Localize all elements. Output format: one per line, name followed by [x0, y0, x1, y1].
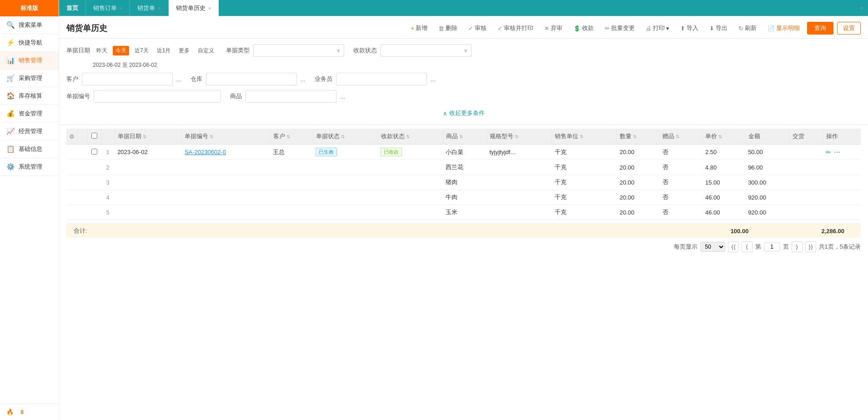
batch-change-button[interactable]: ✏ 批量变更	[601, 22, 638, 34]
print-button[interactable]: 🖨 打印 ▾	[642, 22, 673, 34]
col-customer[interactable]: 客户⇅	[270, 129, 313, 145]
settings-button[interactable]: 设置	[837, 22, 861, 35]
date-option-1month[interactable]: 近1月	[154, 46, 174, 55]
tab-sales-order[interactable]: 销售订单 ×	[86, 0, 130, 16]
add-button[interactable]: + 新增	[407, 22, 431, 34]
first-page-button[interactable]: ⟨⟨	[728, 241, 739, 252]
tab-bar-close[interactable]: ×	[860, 5, 868, 11]
review-print-icon: ✓	[497, 25, 502, 32]
pay-status-select[interactable]: ▾	[381, 44, 472, 57]
doc-no-input[interactable]	[94, 90, 221, 103]
sidebar-item-label: 库存核算	[19, 92, 42, 100]
col-pay-status[interactable]: 收款状态⇅	[378, 129, 443, 145]
cell-checkbox[interactable]	[87, 190, 101, 205]
col-sales-unit[interactable]: 销售单位⇅	[552, 129, 617, 145]
goods-input[interactable]	[246, 90, 336, 103]
sidebar-fire-icon[interactable]: 🔥	[6, 409, 14, 415]
collect-button[interactable]: 💲 收款	[570, 22, 597, 34]
collapse-filter-button[interactable]: ∧ 收起更多条件	[66, 107, 861, 119]
warehouse-input[interactable]	[206, 73, 297, 85]
sidebar-item-finance[interactable]: 💰 资金管理	[0, 105, 59, 123]
refresh-button[interactable]: ↻ 刷新	[735, 22, 760, 34]
ops-icon: 📈	[6, 127, 15, 135]
date-option-today[interactable]: 今天	[113, 46, 129, 55]
sort-icon-sales-unit: ⇅	[580, 134, 583, 139]
col-doc-status[interactable]: 单据状态⇅	[313, 129, 378, 145]
tab-home[interactable]: 首页	[59, 0, 86, 16]
sidebar-item-search-menu[interactable]: 🔍 搜索菜单	[0, 16, 59, 34]
cell-action	[823, 175, 861, 190]
sidebar-item-sales-mgmt[interactable]: 📊 销售管理	[0, 52, 59, 70]
col-doc-status-label: 单据状态	[316, 132, 340, 140]
show-detail-button[interactable]: 📄 显示明细	[764, 22, 803, 34]
cell-checkbox[interactable]	[87, 160, 101, 175]
cell-quantity: 20.00	[617, 175, 660, 190]
abandon-button[interactable]: ✕ 弃审	[541, 22, 566, 34]
table-config-icon[interactable]: ⚙	[69, 133, 75, 140]
delete-button[interactable]: 🗑 删除	[435, 22, 461, 34]
last-page-button[interactable]: ⟩⟩	[805, 241, 816, 252]
warehouse-ellipsis[interactable]: ...	[301, 76, 306, 83]
goods-ellipsis[interactable]: ...	[340, 93, 345, 100]
next-page-button[interactable]: ⟩	[792, 241, 803, 252]
col-spec[interactable]: 规格型号⇅	[487, 129, 552, 145]
sidebar-item-ops[interactable]: 📈 经营管理	[0, 123, 59, 140]
tab-sales-history-close[interactable]: ×	[208, 5, 211, 11]
sidebar-item-quick-nav[interactable]: ⚡ 快捷导航	[0, 34, 59, 52]
col-unit-price[interactable]: 单价⇅	[702, 129, 745, 145]
goods-filter-label: 商品	[230, 92, 242, 100]
edit-action-icon[interactable]: ✏	[826, 149, 831, 156]
doc-no-link[interactable]: SA-20230602-0	[185, 149, 226, 155]
col-goods[interactable]: 商品⇅	[443, 129, 487, 145]
sidebar-item-basic-info[interactable]: 📋 基础信息	[0, 140, 59, 158]
doc-type-select[interactable]: ▾	[253, 44, 344, 57]
query-button[interactable]: 查询	[807, 22, 833, 35]
date-option-7days[interactable]: 近7天	[132, 46, 151, 55]
sidebar-item-sys-mgmt[interactable]: ⚙️ 系统管理	[0, 158, 59, 176]
filter-row-1: 单据日期 昨天 今天 近7天 近1月 更多 自定义 单据类型 ▾	[66, 44, 861, 57]
cell-action	[823, 160, 861, 175]
cell-doc-no[interactable]: SA-20230602-0	[182, 145, 270, 160]
export-button[interactable]: ⬇ 导出	[706, 22, 731, 34]
review-button[interactable]: ✓ 审核	[465, 22, 490, 34]
row-checkbox[interactable]	[91, 149, 97, 155]
tab-sales-invoice[interactable]: 销货单 ×	[130, 0, 168, 16]
more-action-icon[interactable]: ⋯	[834, 149, 840, 156]
prev-page-button[interactable]: ⟨	[742, 241, 753, 252]
current-page-input[interactable]	[764, 242, 780, 251]
cell-trade	[790, 175, 823, 190]
select-all-checkbox[interactable]	[91, 133, 97, 139]
customer-input[interactable]	[82, 73, 173, 85]
doc-type-label: 单据类型	[226, 46, 250, 55]
cell-quantity: 20.00	[617, 205, 660, 220]
date-option-more[interactable]: 更多	[176, 46, 192, 55]
col-select-all[interactable]	[87, 129, 101, 145]
date-option-yesterday[interactable]: 昨天	[94, 46, 110, 55]
salesperson-input[interactable]	[336, 73, 427, 85]
per-page-select[interactable]: 50 100 200	[700, 242, 725, 252]
sidebar-pause-icon[interactable]: ⏸	[19, 409, 25, 415]
cell-gift: 否	[660, 205, 702, 220]
cell-checkbox[interactable]	[87, 145, 101, 160]
col-amount[interactable]: 金额	[745, 129, 789, 145]
col-quantity[interactable]: 数量⇅	[617, 129, 660, 145]
sidebar-item-inventory[interactable]: 🏠 库存核算	[0, 87, 59, 105]
import-button[interactable]: ⬆ 导入	[677, 22, 702, 34]
tab-sales-history[interactable]: 销货单历史 ×	[169, 0, 219, 16]
review-print-button[interactable]: ✓ 审核并打印	[494, 22, 537, 34]
tab-sales-order-close[interactable]: ×	[120, 5, 122, 11]
col-doc-no[interactable]: 单据编号⇅	[182, 129, 270, 145]
cell-checkbox[interactable]	[87, 175, 101, 190]
col-gift[interactable]: 赠品⇅	[660, 129, 702, 145]
cell-checkbox[interactable]	[87, 205, 101, 220]
table-footer: 合计: 100.00 2,286.00	[66, 224, 861, 238]
customer-ellipsis[interactable]: ...	[176, 76, 181, 83]
sidebar-item-purchase-mgmt[interactable]: 🛒 采购管理	[0, 70, 59, 87]
col-doc-date[interactable]: 单据日期⇅	[115, 129, 182, 145]
tab-sales-invoice-close[interactable]: ×	[158, 5, 161, 11]
date-option-custom[interactable]: 自定义	[195, 46, 217, 55]
salesperson-ellipsis[interactable]: ...	[431, 76, 436, 83]
collect-label: 收款	[582, 24, 594, 32]
content-area: 销货单历史 + 新增 🗑 删除 ✓ 审核 ✓ 审核并打印	[59, 16, 868, 420]
col-config[interactable]: ⚙	[66, 129, 87, 145]
